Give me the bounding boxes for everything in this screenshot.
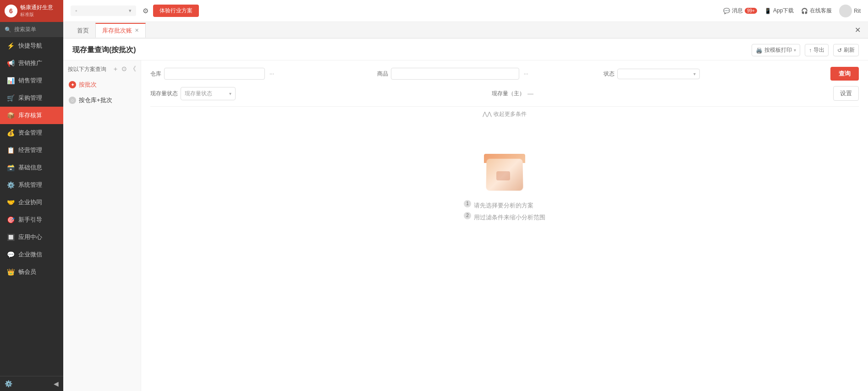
close-panel-icon[interactable]: ✕ [855,26,861,34]
topbar-search-input[interactable] [80,8,126,14]
message-badge: 99+ [745,8,757,14]
close-tab-icon[interactable]: ✕ [135,27,139,33]
collapse-bar[interactable]: ⋀⋀ 收起更多条件 [150,106,859,122]
sidebar-item-apps[interactable]: 🔲 应用中心 [0,228,63,246]
sidebar-item-guide[interactable]: 🎯 新手引导 [0,211,63,228]
marketing-icon: 📢 [6,59,15,67]
system-icon: ⚙️ [6,181,15,189]
tab-home[interactable]: 首页 [71,23,95,38]
status-select[interactable]: ▾ [617,69,700,79]
warehouse-filter: 仓库 ··· [150,68,373,80]
sidebar-item-system[interactable]: ⚙️ 系统管理 [0,176,63,194]
topbar-search-icon: ▪ [75,7,77,14]
stock-qty-label: 现存量（主） [492,90,525,98]
sidebar-item-operation[interactable]: 📋 经营管理 [0,141,63,159]
apps-icon: 🔲 [6,233,15,241]
sidebar-item-quick-nav[interactable]: ⚡ 快捷导航 [0,37,63,54]
message-icon: 💬 [723,8,730,14]
collapse-icon[interactable]: ◀ [54,380,59,387]
corp-icon: 🤝 [6,198,15,206]
left-panel: 按以下方案查询 ＋ ⊙ 《 ✦ 按批次 ○ 按仓库+批次 [63,60,141,391]
hint-1: 1 请先选择要分析的方案 [464,200,545,212]
empty-state: 1 请先选择要分析的方案 2 用过滤条件来缩小分析范围 [150,122,859,251]
query-btn[interactable]: 查询 [830,67,859,81]
export-btn[interactable]: ↑ 导出 [805,44,829,56]
plan-batch-icon: ✦ [69,81,76,88]
settings-icon[interactable]: ⚙️ [5,380,12,387]
export-icon: ↑ [809,47,812,54]
tabs-bar: 首页 库存批次账 ✕ ✕ [63,22,868,38]
empty-box [486,159,523,191]
plan-settings-icon[interactable]: ⊙ [121,65,127,73]
quick-nav-icon: ⚡ [6,42,15,50]
sidebar-search[interactable]: 🔍 搜索菜单 [0,22,63,37]
sidebar-item-sales[interactable]: 📊 销售管理 [0,72,63,89]
sidebar: 6 畅康通好生意 标准版 🔍 搜索菜单 ⚡ 快捷导航 📢 营销推广 📊 销售管理… [0,0,63,391]
plan-item-batch[interactable]: ✦ 按批次 [63,77,141,92]
sidebar-item-purchase[interactable]: 🛒 采购管理 [0,89,63,107]
sidebar-item-corp[interactable]: 🤝 企业协同 [0,194,63,211]
empty-illustration [482,149,527,190]
warehouse-more-btn[interactable]: ··· [268,70,276,78]
stock-status-filter: 现存量状态 现存量状态 ▾ [150,87,487,100]
page-title: 现存量查询(按批次) [72,45,136,55]
sidebar-item-member[interactable]: 👑 畅会员 [0,263,63,281]
left-panel-actions: ＋ ⊙ 《 [112,65,136,73]
add-plan-icon[interactable]: ＋ [112,65,119,73]
sidebar-item-inventory[interactable]: 📦 库存核算 [0,107,63,124]
app-title-area: 畅康通好生意 标准版 [20,4,53,18]
topbar-gear-icon[interactable]: ⚙ [143,7,148,15]
main-area: ▪ ▾ ⚙ 体验行业方案 💬 消息 99+ 📱 App下载 🎧 在线客服 Ri [63,0,868,391]
status-chevron-icon: ▾ [693,71,696,76]
sidebar-item-marketing[interactable]: 📢 营销推广 [0,54,63,72]
sidebar-item-wechat[interactable]: 💬 企业微信 [0,246,63,263]
user-avatar [839,5,852,17]
topbar: ▪ ▾ ⚙ 体验行业方案 💬 消息 99+ 📱 App下载 🎧 在线客服 Ri [63,0,868,22]
print-chevron-icon[interactable]: ▾ [794,48,796,53]
stock-status-select[interactable]: 现存量状态 ▾ [181,87,236,100]
online-service-action[interactable]: 🎧 在线客服 [801,7,832,15]
sidebar-item-basic[interactable]: 🗃️ 基础信息 [0,159,63,176]
stock-qty-filter: 现存量（主） — [492,90,829,98]
stock-status-chevron-icon: ▾ [229,91,231,96]
sidebar-bottom: ⚙️ ◀ [0,376,63,391]
collapse-panel-icon[interactable]: 《 [130,65,136,73]
product-more-btn[interactable]: ··· [522,70,530,78]
settings-btn[interactable]: 设置 [833,86,859,101]
print-btn[interactable]: 🖨️ 按模板打印 ▾ [752,44,800,56]
sidebar-item-finance[interactable]: 💰 资金管理 [0,124,63,141]
guide-icon: 🎯 [6,216,15,224]
operation-icon: 📋 [6,146,15,154]
app-logo: 6 [5,5,17,17]
product-filter: 商品 ··· [377,68,599,80]
topbar-chevron-icon[interactable]: ▾ [129,8,132,14]
warehouse-input[interactable] [164,68,265,80]
sales-icon: 📊 [6,76,15,85]
product-label: 商品 [377,70,388,78]
purchase-icon: 🛒 [6,94,15,102]
plan-item-warehouse-batch[interactable]: ○ 按仓库+批次 [63,92,141,108]
topbar-search[interactable]: ▪ ▾ [71,5,136,16]
stock-qty-dash: — [527,90,533,97]
trial-btn[interactable]: 体验行业方案 [153,5,199,17]
empty-box-face [496,171,510,180]
refresh-btn[interactable]: ↺ 刷新 [833,44,859,56]
product-input[interactable] [391,68,519,80]
empty-hints: 1 请先选择要分析的方案 2 用过滤条件来缩小分析范围 [464,200,545,223]
wechat-icon: 💬 [6,250,15,259]
tab-inventory-batch[interactable]: 库存批次账 ✕ [95,23,146,38]
app-download-action[interactable]: 📱 App下载 [764,7,794,15]
sidebar-header: 6 畅康通好生意 标准版 [0,0,63,22]
messages-action[interactable]: 💬 消息 99+ [723,7,757,15]
status-label: 状态 [604,70,615,78]
sidebar-menu: ⚡ 快捷导航 📢 营销推广 📊 销售管理 🛒 采购管理 📦 库存核算 💰 资金管… [0,37,63,376]
filter-row-1: 仓库 ··· 商品 ··· 状态 ▾ [150,67,859,81]
search-icon: 🔍 [5,27,11,33]
app-name: 畅康通好生意 [20,4,53,11]
print-icon: 🖨️ [756,47,763,54]
finance-icon: 💰 [6,129,15,137]
collapse-up-icon: ⋀⋀ [483,111,492,117]
download-icon: 📱 [764,8,771,14]
user-profile-action[interactable]: Rit [839,5,861,17]
service-icon: 🎧 [801,8,808,14]
